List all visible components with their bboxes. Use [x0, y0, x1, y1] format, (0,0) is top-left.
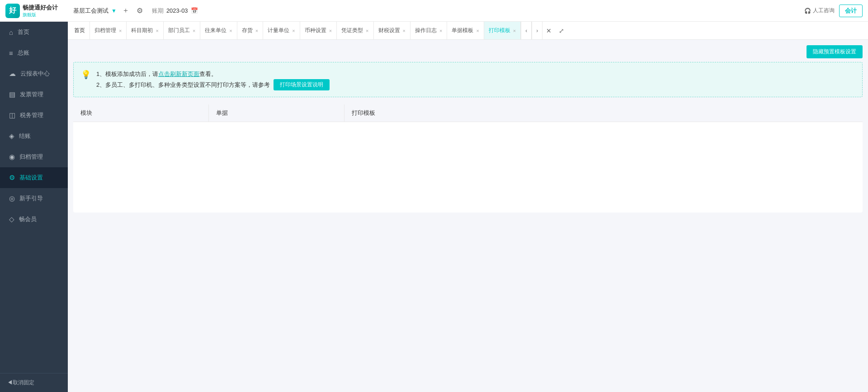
sidebar: ⌂ 首页 ≡ 总账 ☁ 云报表中心 ▤ 发票管理 ◫ 税务管理 ◈ 结账 ◉ 归… [0, 22, 68, 392]
sidebar-label-guide: 新手引导 [19, 194, 43, 203]
refresh-link[interactable]: 点击刷新新页面 [158, 71, 199, 77]
sidebar-label-settlement: 结账 [19, 132, 31, 140]
tab-dept-close[interactable]: × [193, 28, 195, 33]
hide-template-button[interactable]: 隐藏预置模板设置 [807, 45, 863, 58]
tab-currency-close[interactable]: × [329, 28, 332, 33]
tab-receipt[interactable]: 单据模板 × [447, 22, 484, 40]
tab-print[interactable]: 打印模板 × [484, 22, 521, 40]
tab-inventory-label: 存货 [242, 27, 253, 34]
tab-print-close[interactable]: × [513, 28, 516, 33]
sidebar-item-guide[interactable]: ◎ 新手引导 [0, 188, 68, 209]
period-label: 账期 [152, 7, 164, 15]
tab-oplog[interactable]: 操作日志 × [410, 22, 447, 40]
logo-icon: 好 [5, 4, 20, 18]
info-content: 1、模板添加成功后，请点击刷新新页面查看。 2、多员工、多打印机、多种业务类型设… [96, 69, 330, 90]
guide-icon: ◎ [9, 194, 15, 203]
tab-currency[interactable]: 币种设置 × [300, 22, 337, 40]
tab-tax-setting[interactable]: 财税设置 × [374, 22, 410, 40]
home-icon: ⌂ [9, 28, 13, 36]
table-body [73, 122, 863, 213]
settings-button[interactable]: ⚙ [135, 5, 145, 17]
tab-inventory[interactable]: 存货 × [237, 22, 263, 40]
tab-voucher[interactable]: 凭证类型 × [337, 22, 373, 40]
sidebar-label-home: 首页 [18, 28, 29, 36]
col-print-template: 打印模板 [344, 104, 863, 122]
ledger-icon: ≡ [9, 49, 13, 57]
service-button[interactable]: 🎧 人工咨询 [804, 7, 835, 14]
tab-voucher-close[interactable]: × [366, 28, 368, 33]
member-icon: ◇ [9, 215, 14, 223]
tab-voucher-label: 凭证类型 [341, 27, 363, 34]
tab-receipt-label: 单据模板 [452, 27, 473, 34]
tab-oplog-close[interactable]: × [439, 28, 442, 33]
tab-unit-label: 计量单位 [268, 27, 289, 34]
sidebar-item-ledger[interactable]: ≡ 总账 [0, 43, 68, 63]
sidebar-item-invoice[interactable]: ▤ 发票管理 [0, 84, 68, 105]
tab-dept[interactable]: 部门员工 × [164, 22, 200, 40]
cloud-icon: ☁ [9, 70, 16, 78]
info-line1: 1、模板添加成功后，请点击刷新新页面查看。 [96, 69, 330, 79]
company-dropdown-arrow: ▼ [111, 8, 117, 14]
tab-oplog-label: 操作日志 [415, 27, 437, 34]
sidebar-item-home[interactable]: ⌂ 首页 [0, 22, 68, 43]
tab-home[interactable]: 首页 [70, 22, 90, 40]
sidebar-item-basic[interactable]: ⚙ 基础设置 [0, 167, 68, 188]
kuaiji-button[interactable]: 会计 [839, 5, 863, 17]
tab-currency-label: 币种设置 [305, 27, 326, 34]
tab-home-label: 首页 [74, 27, 85, 34]
data-table: 模块 单据 打印模板 [73, 104, 863, 213]
service-label: 人工咨询 [813, 7, 835, 14]
app-title: 畅捷通好会计 [23, 4, 58, 12]
logo-area: 好 畅捷通好会计 旗舰版 [5, 4, 73, 18]
logo-text-area: 畅捷通好会计 旗舰版 [23, 4, 58, 18]
headset-icon: 🎧 [804, 8, 811, 14]
tab-close-all-button[interactable]: ✕ [542, 22, 555, 40]
company-name: 基层工会测试 [73, 7, 108, 15]
invoice-icon: ▤ [9, 90, 15, 99]
tab-subject-close[interactable]: × [156, 28, 158, 33]
tab-archive[interactable]: 归档管理 × [90, 22, 127, 40]
tax-icon: ◫ [9, 111, 15, 119]
explain-button[interactable]: 打印场景设置说明 [274, 79, 330, 90]
tab-prev-button[interactable]: ‹ [521, 22, 532, 40]
tab-bar: 首页 归档管理 × 科目期初 × 部门员工 × 往来单位 × 存货 × [68, 22, 868, 40]
tab-archive-close[interactable]: × [119, 28, 122, 33]
tab-receipt-close[interactable]: × [476, 28, 479, 33]
tab-supplier[interactable]: 往来单位 × [200, 22, 237, 40]
sidebar-item-archive[interactable]: ◉ 归档管理 [0, 146, 68, 167]
add-tab-button[interactable]: ＋ [120, 4, 131, 17]
sidebar-item-member[interactable]: ◇ 畅会员 [0, 209, 68, 230]
tab-inventory-close[interactable]: × [255, 28, 258, 33]
sidebar-item-tax[interactable]: ◫ 税务管理 [0, 105, 68, 126]
settlement-icon: ◈ [9, 132, 14, 140]
settings-icon: ⚙ [9, 174, 15, 182]
tab-subject[interactable]: 科目期初 × [127, 22, 163, 40]
sidebar-label-reports: 云报表中心 [20, 70, 50, 78]
calendar-icon[interactable]: 📅 [191, 7, 198, 14]
top-bar-actions: ＋ ⚙ [120, 4, 145, 17]
page-content: 隐藏预置模板设置 💡 1、模板添加成功后，请点击刷新新页面查看。 2、多员工、多… [68, 40, 868, 392]
table-header: 模块 单据 打印模板 [73, 104, 863, 122]
company-selector[interactable]: 基层工会测试 ▼ [73, 7, 117, 15]
tab-print-label: 打印模板 [489, 27, 510, 34]
sidebar-item-reports[interactable]: ☁ 云报表中心 [0, 63, 68, 84]
sidebar-item-settlement[interactable]: ◈ 结账 [0, 126, 68, 146]
info-line1-suffix: 查看。 [199, 71, 217, 77]
top-bar-right: 🎧 人工咨询 会计 [804, 5, 863, 17]
tab-expand-button[interactable]: ⤢ [555, 22, 568, 40]
tab-supplier-close[interactable]: × [229, 28, 232, 33]
unpin-button[interactable]: ◀取消固定 [0, 373, 68, 392]
info-box: 💡 1、模板添加成功后，请点击刷新新页面查看。 2、多员工、多打印机、多种业务类… [73, 62, 863, 97]
period-value: 2023-03 [166, 7, 188, 14]
content-area: 首页 归档管理 × 科目期初 × 部门员工 × 往来单位 × 存货 × [68, 22, 868, 392]
tab-next-button[interactable]: › [532, 22, 542, 40]
tab-unit[interactable]: 计量单位 × [263, 22, 300, 40]
sidebar-label-archive: 归档管理 [19, 153, 43, 161]
tab-unit-close[interactable]: × [292, 28, 295, 33]
sidebar-label-ledger: 总账 [18, 49, 29, 57]
bulb-icon: 💡 [81, 70, 91, 80]
hide-template-btn-area: 隐藏预置模板设置 [73, 45, 863, 58]
tab-tax-setting-close[interactable]: × [403, 28, 406, 33]
col-module: 模块 [73, 104, 209, 122]
sidebar-label-tax: 税务管理 [20, 111, 43, 119]
